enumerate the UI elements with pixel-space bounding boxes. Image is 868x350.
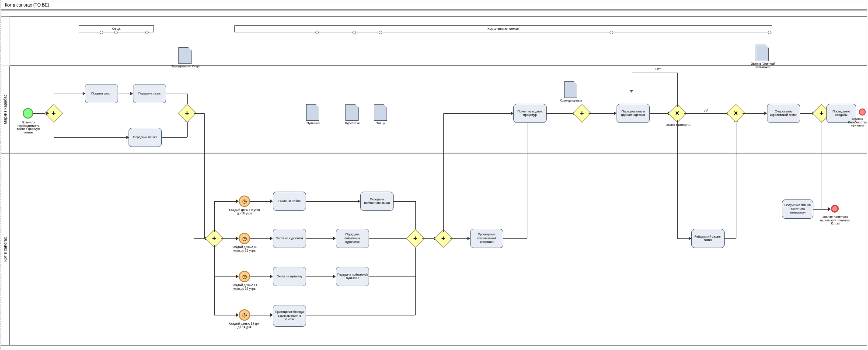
flow <box>800 113 813 114</box>
flow <box>54 94 84 94</box>
flow <box>194 113 204 114</box>
task-buy-boots: Покупка сапог <box>85 84 118 103</box>
task-talk-peasants: Проведение беседы с крестьянами о землях <box>273 305 306 327</box>
timer-event: ◷ <box>239 271 250 282</box>
msg-dot <box>352 31 356 34</box>
flow <box>415 245 416 315</box>
task-hunt-fur: Охота на пушнину <box>273 267 306 286</box>
flow <box>369 276 415 277</box>
flow <box>166 94 187 94</box>
flow <box>306 201 359 202</box>
flow <box>677 238 690 239</box>
msg-dot <box>100 31 103 34</box>
data-label: Куропатки <box>341 122 364 125</box>
msg-line <box>0 194 0 207</box>
flow <box>394 201 415 202</box>
seq-label: Нет <box>652 67 665 71</box>
flow <box>162 137 187 138</box>
end-event <box>859 108 866 116</box>
data-label: Зайцы <box>370 122 392 125</box>
flow <box>822 120 822 209</box>
flow <box>725 238 736 239</box>
task-give-boots: Передача сапог <box>133 84 166 103</box>
flow <box>369 238 408 239</box>
data-label: Одежда кучера <box>558 99 584 102</box>
msg-dot <box>768 31 771 34</box>
flow <box>250 315 271 315</box>
timer-label: Каждый день с 9 утра до 10 утра <box>228 208 261 215</box>
flow <box>250 276 271 277</box>
flow <box>214 245 215 315</box>
lane-cat-area <box>10 153 867 346</box>
data-clothes <box>564 81 577 98</box>
task-get-title: Получение звания «Знатного вельможи» <box>782 200 813 219</box>
flow <box>54 137 127 138</box>
flow <box>214 201 237 202</box>
data-label: Пушнина <box>302 122 324 125</box>
msg-dot <box>315 31 319 34</box>
flow <box>118 94 131 94</box>
flow <box>250 201 271 202</box>
msg-dot <box>145 31 149 34</box>
start-event <box>23 108 33 119</box>
task-dress: Переодевание в царские одеяния <box>617 104 650 123</box>
arrow <box>46 112 49 115</box>
msg-dot <box>379 31 382 34</box>
gateway-label: Замок захвачен? <box>665 123 692 127</box>
flow <box>306 276 334 277</box>
flow <box>306 238 334 239</box>
timer-label: Каждый день с 13 дня до 14 дня <box>228 322 261 329</box>
data-fur <box>306 104 319 121</box>
task-raid: Рейдерский захват замка <box>691 229 725 248</box>
flow <box>415 201 416 232</box>
flow <box>250 238 271 239</box>
flow <box>743 113 765 114</box>
end-label: Маркиз Карабас стал принцем <box>847 117 868 127</box>
flow <box>589 113 615 114</box>
flow <box>204 113 205 238</box>
flow <box>422 238 435 239</box>
end-event <box>831 205 839 213</box>
flow <box>736 120 736 238</box>
flow <box>684 113 728 114</box>
data-label: Звание "Знатный вельможа" <box>744 62 782 69</box>
flow <box>306 315 415 315</box>
msg-line <box>0 0 0 51</box>
task-charm: Очарование королевской семьи <box>767 104 800 123</box>
flow <box>214 276 237 277</box>
data-rabbits <box>374 104 387 121</box>
arrow <box>630 90 633 93</box>
task-rescue: Проведение спасательной операции <box>470 229 503 248</box>
msg-line <box>0 207 0 350</box>
msg-dot <box>610 31 613 34</box>
flow <box>677 120 678 238</box>
pool-title: Кот в сапогах (TO BE) <box>1 1 867 10</box>
task-bath: Принятие водных процедур <box>513 104 547 123</box>
data-partridge <box>345 104 359 121</box>
participants-area <box>10 17 867 66</box>
data-will <box>178 47 192 64</box>
flow <box>677 73 678 107</box>
lane-cat: Кот в сапогах <box>1 153 10 346</box>
timer-event: ◷ <box>239 233 250 244</box>
task-give-rabbit: Передача пойманного зайца <box>360 192 394 211</box>
flow <box>813 209 829 210</box>
flow <box>547 113 574 114</box>
task-hunt-rabbit: Охота на Зайца <box>273 192 306 211</box>
start-label: Возникла необходимость войти в царскую с… <box>13 121 44 134</box>
seq-label: Да <box>700 108 713 112</box>
task-give-bag: Передача мешка <box>129 128 162 147</box>
lane-markiz: Маркиз Карабас <box>1 66 10 153</box>
flow <box>214 201 215 232</box>
flow <box>214 315 237 315</box>
msg-line <box>0 51 0 143</box>
timer-event: ◷ <box>239 309 250 321</box>
task-hunt-partridge: Охота на куропаток <box>273 229 306 248</box>
end-label: Звание «Знатного вельможи» получено Кото… <box>819 215 851 225</box>
flow <box>632 73 677 73</box>
flow <box>54 94 54 107</box>
flow <box>503 238 527 239</box>
timer-event: ◷ <box>239 196 250 207</box>
task-give-fur: Передача пойманной пушнины <box>336 267 369 286</box>
flow <box>54 120 54 137</box>
